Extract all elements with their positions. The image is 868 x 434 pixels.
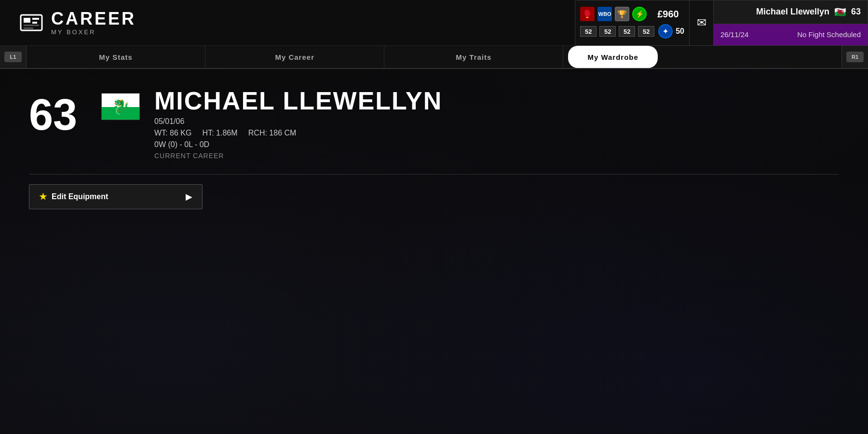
logo-section: CAREER MY BOXER: [19, 10, 136, 36]
main-content: 63 🐉 MICHAEL LLEWELLYN 05/01/06 WT: 86 K…: [0, 69, 868, 229]
star-icon: ★: [39, 191, 47, 202]
weight-value: 86 KG: [170, 129, 191, 137]
wales-flag: 🐉: [102, 94, 140, 120]
height-label: HT:: [203, 129, 216, 137]
spacing2: [240, 129, 246, 137]
fighter-name: Michael Llewellyn: [756, 7, 829, 17]
arrow-right-icon: ▶: [186, 191, 192, 202]
fighter-hud-panel: Michael Llewellyn 🏴󠁧󠁢󠁷󠁬󠁳󠁿 63 26/11/24 No…: [714, 0, 868, 46]
fighter-rating: 63: [851, 7, 861, 17]
svg-rect-2: [32, 18, 39, 20]
nav-tabs: L1 My Stats My Career My Traits My Wardr…: [0, 46, 868, 69]
tab-my-traits[interactable]: My Traits: [384, 46, 563, 68]
content-divider: [29, 174, 839, 175]
weight-label: WT:: [154, 129, 170, 137]
fighter-hud-top: Michael Llewellyn 🏴󠁧󠁢󠁷󠁬󠁳󠁿 63: [714, 0, 868, 24]
logo-subtitle-label: MY BOXER: [51, 28, 136, 36]
reach-value: 186 CM: [269, 129, 296, 137]
l1-button[interactable]: L1: [4, 52, 22, 62]
career-label: CURRENT CAREER: [154, 152, 839, 160]
height-value: 1.86M: [216, 129, 237, 137]
stat1-value: 52: [580, 26, 597, 37]
hud-bar: 🥊 WBO 🏆 ⚡ £960 52 52 52 52 ✦ 50: [575, 0, 868, 46]
svg-rect-4: [24, 25, 39, 26]
nav-left-spacer: L1: [0, 46, 27, 68]
nav-right-spacer: R1: [841, 46, 868, 68]
edit-equipment-left: ★ Edit Equipment: [39, 191, 108, 202]
boxer-name: MICHAEL LLEWELLYN: [154, 88, 839, 113]
svg-rect-3: [32, 22, 37, 24]
boxer-dob: 05/01/06: [154, 117, 839, 126]
hud-stats-combined: 🥊 WBO 🏆 ⚡ £960 52 52 52 52 ✦ 50: [575, 0, 690, 46]
wins-value: 0: [154, 140, 159, 149]
fighter-date: 26/11/24: [720, 30, 748, 39]
boxer-info: MICHAEL LLEWELLYN 05/01/06 WT: 86 KG HT:…: [154, 88, 839, 160]
career-logo-icon: [19, 11, 43, 35]
wbo-belt-icon: WBO: [597, 7, 612, 21]
boxer-nationality-flag: 🐉: [101, 93, 140, 120]
wins-ko-label: ) -: [175, 140, 185, 149]
tab-my-wardrobe[interactable]: My Wardrobe: [568, 46, 657, 68]
spacing1: [194, 129, 200, 137]
r1-button[interactable]: R1: [846, 52, 864, 62]
boxer-physical-stats: WT: 86 KG HT: 1.86M RCH: 186 CM: [154, 129, 839, 137]
draws-value: 0: [200, 140, 204, 149]
logo-text: CAREER MY BOXER: [51, 10, 136, 36]
losses-label: L -: [189, 140, 200, 149]
logo-career-label: CAREER: [51, 10, 136, 27]
boxer-record: 0W (0) - 0L - 0D: [154, 140, 839, 149]
wins-label: W (: [159, 140, 171, 149]
stat3-value: 52: [619, 26, 635, 37]
energy-value: 50: [676, 27, 684, 36]
losses-value: 0: [184, 140, 189, 149]
hud-left-section: 🥊 WBO 🏆 ⚡ £960 52 52 52 52 ✦ 50: [575, 0, 689, 45]
svg-rect-5: [24, 27, 33, 29]
edit-equipment-item[interactable]: ★ Edit Equipment ▶: [29, 184, 203, 209]
fighter-hud-bottom: 26/11/24 No Fight Scheduled: [714, 24, 868, 45]
energy-icon: ⚡: [632, 7, 647, 21]
flag-dragon: 🐉: [102, 94, 140, 120]
trophy-icon: 🏆: [615, 7, 629, 21]
svg-rect-1: [24, 18, 30, 23]
tab-my-stats[interactable]: My Stats: [27, 46, 205, 68]
header: CAREER MY BOXER 🥊 WBO 🏆 ⚡ £960: [0, 0, 868, 46]
reach-label: RCH:: [248, 129, 270, 137]
boxer-profile: 63 🐉 MICHAEL LLEWELLYN 05/01/06 WT: 86 K…: [29, 88, 839, 160]
boxer-rating: 63: [29, 93, 87, 136]
stat4-value: 52: [638, 26, 654, 37]
boxing-gloves-icon: 🥊: [580, 7, 595, 21]
draws-label: D: [204, 140, 210, 149]
money-display: £960: [650, 9, 679, 20]
edit-equipment-label: Edit Equipment: [52, 192, 108, 201]
mail-button[interactable]: ✉: [690, 0, 714, 46]
stat2-value: 52: [599, 26, 616, 37]
tab-my-career[interactable]: My Career: [205, 46, 384, 68]
skill-icon: ✦: [658, 24, 673, 39]
fight-status: No Fight Scheduled: [797, 30, 861, 39]
fighter-flag-icon: 🏴󠁧󠁢󠁷󠁬󠁳󠁿: [834, 6, 846, 18]
wins-ko-value: 0: [171, 140, 175, 149]
